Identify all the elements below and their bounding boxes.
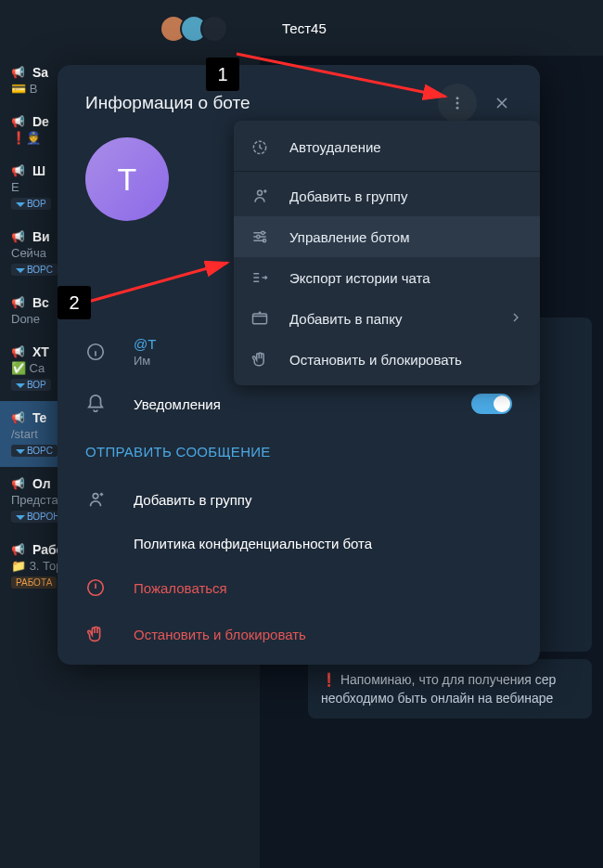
chat-header-title: Тест45 (282, 20, 327, 36)
sliders-icon (250, 227, 271, 246)
chat-title: Te (32, 410, 46, 425)
bell-icon (85, 394, 106, 414)
action-label: Добавить в группу (134, 492, 252, 508)
message-text: необходимо быть онлайн на вебинаре (321, 691, 579, 706)
svg-rect-9 (253, 314, 267, 324)
timer-icon (250, 137, 271, 156)
action-label: Политика конфиденциальности бота (134, 536, 372, 551)
close-icon (493, 94, 511, 112)
privacy-policy-row[interactable]: Политика конфиденциальности бота (58, 523, 540, 564)
action-label: Остановить и блокировать (134, 627, 306, 642)
panel-title: Информация о боте (85, 93, 432, 113)
action-label: Пожаловаться (134, 580, 227, 596)
add-user-icon (85, 489, 106, 510)
member-avatars (167, 15, 228, 43)
notifications-toggle[interactable] (471, 394, 512, 414)
menu-stop-block[interactable]: Остановить и блокировать (234, 339, 540, 380)
folder-tag: ВОР (27, 199, 46, 209)
chat-preview: В (30, 82, 38, 96)
menu-auto-delete[interactable]: Автоудаление (234, 126, 540, 167)
svg-point-14 (93, 494, 98, 499)
folder-tag: ВОРС (27, 265, 53, 275)
chevron-right-icon (508, 310, 523, 328)
add-to-group-row[interactable]: Добавить в группу (58, 476, 540, 523)
message-text: ❗ Напоминаю, что для получения сер (321, 672, 579, 687)
notifications-row[interactable]: Уведомления (58, 381, 540, 427)
chat-title: Sa (32, 65, 48, 80)
menu-label: Добавить в группу (289, 188, 408, 204)
hand-icon (250, 350, 271, 369)
folder-tag: ВОРС (27, 446, 53, 456)
menu-add-to-folder[interactable]: Добавить в папку (234, 298, 540, 339)
chat-title: Ви (32, 229, 50, 244)
svg-point-7 (257, 235, 260, 238)
annotation-label-2: 2 (58, 286, 91, 319)
bot-info-panel: Информация о боте T Автоудаление Добавит… (58, 65, 540, 665)
menu-manage-bot[interactable]: Управление ботом (234, 216, 540, 257)
work-tag: РАБОТА (11, 577, 57, 589)
export-icon (250, 268, 271, 287)
menu-add-to-group[interactable]: Добавить в группу (234, 175, 540, 216)
svg-point-1 (456, 97, 459, 99)
info-icon (85, 342, 106, 362)
close-button[interactable] (482, 84, 521, 123)
chat-title: De (32, 114, 49, 129)
annotation-label-1: 1 (206, 58, 239, 91)
report-row[interactable]: Пожаловаться (58, 564, 540, 611)
menu-label: Добавить в папку (289, 311, 402, 327)
alert-icon (85, 577, 106, 598)
add-user-icon (250, 187, 271, 205)
folder-tag: ВОР (27, 380, 46, 390)
chat-title: XT (32, 344, 49, 359)
dots-vertical-icon (449, 95, 466, 111)
svg-point-6 (262, 231, 264, 234)
notifications-label: Уведомления (134, 396, 221, 412)
menu-label: Управление ботом (289, 229, 410, 245)
avatar-letter: T (118, 162, 137, 198)
chat-title: Bc (32, 295, 49, 310)
menu-label: Автоудаление (289, 139, 381, 155)
svg-point-2 (456, 102, 459, 105)
hand-icon (85, 624, 106, 644)
chat-header[interactable]: Тест45 (260, 0, 603, 56)
svg-point-3 (456, 107, 459, 110)
username-text: @T (134, 336, 156, 352)
chat-title: Ш (32, 163, 45, 178)
username-sublabel: Им (134, 354, 156, 368)
dropdown-menu: Автоудаление Добавить в группу Управлени… (234, 121, 540, 385)
stop-block-row[interactable]: Остановить и блокировать (58, 611, 540, 657)
more-button[interactable] (438, 84, 477, 123)
menu-label: Экспорт истории чата (289, 270, 430, 286)
menu-export-history[interactable]: Экспорт истории чата (234, 257, 540, 298)
svg-point-5 (258, 190, 263, 195)
send-message-button[interactable]: ОТПРАВИТЬ СООБЩЕНИЕ (58, 427, 540, 476)
chat-preview: E (11, 180, 19, 194)
bot-avatar[interactable]: T (85, 137, 169, 221)
chat-title: Ол (32, 476, 51, 491)
menu-label: Остановить и блокировать (289, 352, 462, 368)
folder-add-icon (250, 309, 271, 328)
